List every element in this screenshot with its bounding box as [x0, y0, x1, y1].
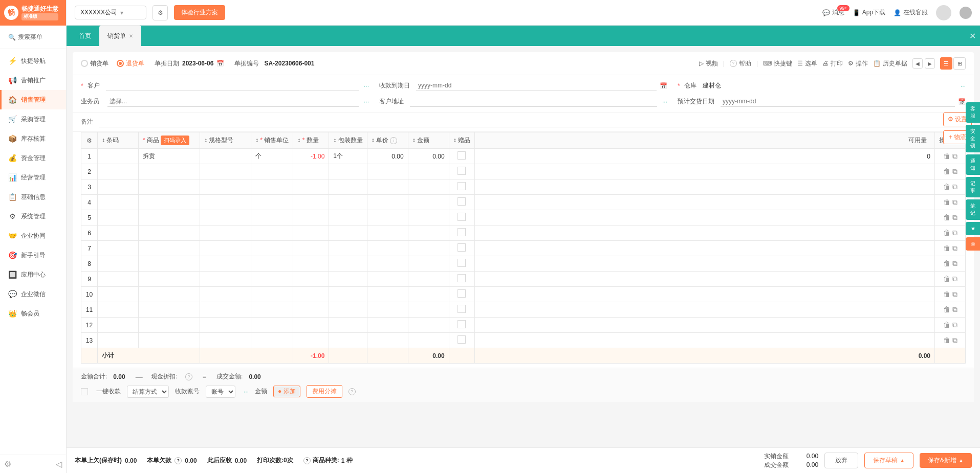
row-spec[interactable] [200, 179, 251, 195]
action-help[interactable]: ? 帮助 [730, 59, 751, 68]
row-spec[interactable] [200, 318, 251, 333]
row-gift[interactable] [449, 272, 474, 287]
row-gift[interactable] [449, 226, 474, 241]
view-grid[interactable]: ⊞ [953, 57, 966, 70]
th-settings[interactable]: ⚙ [81, 132, 98, 149]
row-price[interactable] [367, 287, 408, 302]
action-history[interactable]: 📋 历史单据 [873, 59, 907, 68]
delete-icon[interactable]: 🗑 [943, 167, 950, 176]
radio-sale[interactable]: 销货单 [81, 59, 108, 68]
th-unit-sort[interactable]: ↕ [255, 137, 258, 144]
row-unit[interactable] [251, 333, 293, 348]
sidebar-item-应用中心[interactable]: 🔲应用中心 [0, 265, 66, 284]
row-spec[interactable] [200, 210, 251, 226]
row-amount[interactable] [408, 272, 449, 287]
copy-icon[interactable]: ⧉ [952, 183, 957, 191]
remarks-input[interactable] [99, 117, 966, 127]
row-barcode[interactable] [98, 179, 139, 195]
row-product[interactable] [139, 333, 200, 348]
rpanel-orange[interactable]: ◎ [966, 237, 980, 251]
gift-checkbox[interactable] [458, 151, 466, 160]
delete-icon[interactable]: 🗑 [943, 198, 950, 207]
row-amount[interactable] [408, 195, 449, 210]
copy-icon[interactable]: ⧉ [952, 198, 957, 207]
row-amount[interactable] [408, 302, 449, 318]
row-qty[interactable] [293, 179, 329, 195]
delete-icon[interactable]: 🗑 [943, 152, 950, 161]
row-price[interactable]: 0.00 [367, 149, 408, 164]
tab-sale-order[interactable]: 销货单 ✕ [99, 26, 141, 46]
tab-home[interactable]: 首页 [71, 26, 99, 46]
sidebar-item-经营管理[interactable]: 📊经营管理 [0, 168, 66, 187]
row-qty[interactable] [293, 226, 329, 241]
row-gift[interactable] [449, 256, 474, 272]
sidebar-item-基础信息[interactable]: 📋基础信息 [0, 187, 66, 207]
row-spec[interactable] [200, 256, 251, 272]
tab-close-all[interactable]: ✕ [969, 31, 976, 41]
row-barcode[interactable] [98, 241, 139, 256]
action-operate[interactable]: ⚙ 操作 [848, 59, 868, 68]
gift-checkbox[interactable] [458, 259, 466, 267]
action-video[interactable]: ▷ 视频 [699, 59, 718, 68]
row-price[interactable] [367, 241, 408, 256]
row-pkg-qty[interactable] [329, 210, 367, 226]
gift-checkbox[interactable] [458, 320, 466, 328]
row-spec[interactable] [200, 226, 251, 241]
row-amount[interactable] [408, 318, 449, 333]
row-gift[interactable] [449, 195, 474, 210]
user-avatar[interactable] [936, 5, 951, 20]
delivery-calendar-icon[interactable]: 📅 [958, 98, 966, 105]
delete-icon[interactable]: 🗑 [943, 229, 950, 237]
th-gift-sort[interactable]: ↕ [453, 137, 456, 144]
row-amount[interactable] [408, 179, 449, 195]
save-draft-button[interactable]: 保存草稿 ▲ [864, 453, 913, 468]
address-more-icon[interactable]: ··· [662, 98, 667, 105]
row-gift[interactable] [449, 149, 474, 164]
sidebar-item-资金管理[interactable]: 💰资金管理 [0, 148, 66, 168]
row-barcode[interactable] [98, 333, 139, 348]
nav-prev[interactable]: ◀ [912, 58, 923, 69]
row-price[interactable] [367, 256, 408, 272]
row-qty[interactable] [293, 241, 329, 256]
copy-icon[interactable]: ⧉ [952, 305, 957, 314]
copy-icon[interactable]: ⧉ [952, 290, 957, 299]
debt-info-icon[interactable]: ? [175, 457, 182, 464]
address-input[interactable] [410, 96, 657, 107]
delete-icon[interactable]: 🗑 [943, 244, 950, 253]
discount-info-icon[interactable]: ? [185, 373, 192, 380]
row-amount[interactable] [408, 164, 449, 179]
account-more-icon[interactable]: ··· [244, 388, 249, 395]
row-unit[interactable]: 个 [251, 149, 293, 164]
row-price[interactable] [367, 318, 408, 333]
company-selector[interactable]: XXXXXX公司 ▾ [75, 6, 146, 19]
row-product[interactable] [139, 256, 200, 272]
row-unit[interactable] [251, 302, 293, 318]
warehouse-more-icon[interactable]: ··· [961, 82, 966, 89]
row-unit[interactable] [251, 164, 293, 179]
sidebar-item-新手引导[interactable]: 🎯新手引导 [0, 245, 66, 265]
settings-footer-icon[interactable]: ⚙ [4, 459, 11, 469]
row-spec[interactable] [200, 164, 251, 179]
rpanel-notify[interactable]: 通知 [966, 154, 980, 175]
delete-icon[interactable]: 🗑 [943, 275, 950, 283]
row-pkg-qty[interactable] [329, 302, 367, 318]
row-unit[interactable] [251, 210, 293, 226]
row-unit[interactable] [251, 256, 293, 272]
copy-icon[interactable]: ⧉ [952, 152, 957, 161]
row-pkg-qty[interactable] [329, 226, 367, 241]
row-qty[interactable] [293, 272, 329, 287]
row-qty[interactable] [293, 287, 329, 302]
search-menu-item[interactable]: 🔍 搜索菜单 [4, 30, 62, 44]
trial-button[interactable]: 体验行业方案 [174, 5, 225, 20]
settle-method-select[interactable]: 结算方式 [127, 386, 169, 398]
sidebar-item-采购管理[interactable]: 🛒采购管理 [0, 109, 66, 129]
row-pkg-qty[interactable]: 1个 [329, 149, 367, 164]
row-amount[interactable] [408, 210, 449, 226]
sidebar-item-库存核算[interactable]: 📦库存核算 [0, 129, 66, 148]
gift-checkbox[interactable] [458, 182, 466, 190]
copy-icon[interactable]: ⧉ [952, 259, 957, 268]
row-gift[interactable] [449, 318, 474, 333]
action-print[interactable]: 🖨 打印 [822, 59, 843, 68]
view-list[interactable]: ☰ [940, 57, 952, 70]
sidebar-item-销售管理[interactable]: 🏠销售管理 [0, 90, 66, 109]
